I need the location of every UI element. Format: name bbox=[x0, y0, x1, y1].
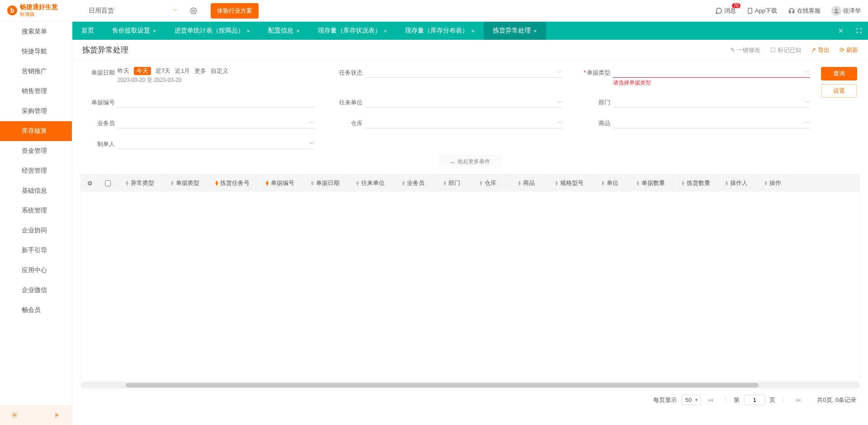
date-range-chip[interactable]: 近7天 bbox=[156, 67, 170, 75]
sidebar-item[interactable]: 系统管理 bbox=[0, 201, 72, 221]
sort-icon[interactable]: ▲▼ bbox=[170, 180, 175, 186]
sidebar-item[interactable]: 应用中心 bbox=[0, 260, 72, 280]
date-range-chip[interactable]: 自定义 bbox=[211, 67, 228, 75]
table-column-header[interactable]: ▲▼业务员 bbox=[393, 175, 434, 192]
collapse-sidebar-icon[interactable] bbox=[54, 411, 61, 419]
dept-select[interactable] bbox=[613, 97, 810, 108]
table-column-header[interactable]: ▲▼单据数量 bbox=[628, 175, 673, 192]
warehouse-picker[interactable] bbox=[365, 118, 562, 128]
sales-picker[interactable] bbox=[118, 118, 315, 128]
app-download-button[interactable]: App下载 bbox=[747, 7, 777, 15]
mark-known-button[interactable]: ☐ 标记已知 bbox=[770, 46, 801, 54]
sidebar-item[interactable]: 畅会员 bbox=[0, 300, 72, 320]
table-column-header[interactable]: ▲▼商品 bbox=[506, 175, 547, 192]
scrollbar-thumb[interactable] bbox=[126, 383, 759, 387]
table-column-header[interactable]: ▲▼规格型号 bbox=[547, 175, 592, 192]
sort-icon[interactable]: ▲▼ bbox=[681, 180, 685, 186]
sort-icon[interactable]: ▲▼ bbox=[554, 180, 559, 186]
sidebar-item[interactable]: 采购管理 bbox=[0, 101, 72, 121]
messages-button[interactable]: 消息 70 bbox=[715, 7, 736, 15]
more-icon[interactable]: ⋯ bbox=[805, 119, 810, 126]
table-column-header[interactable]: ▲▼单据类型 bbox=[162, 175, 208, 192]
sidebar-item[interactable]: 经营管理 bbox=[0, 161, 72, 181]
sidebar-item[interactable]: 营销推广 bbox=[0, 61, 72, 81]
chevron-down-icon[interactable]: ﹀ bbox=[309, 140, 315, 148]
date-range-chip[interactable]: 昨天 bbox=[118, 67, 129, 75]
tab[interactable]: 进货单统计表（按商品）× bbox=[165, 22, 259, 40]
page-last-button[interactable]: ⏭ bbox=[794, 397, 803, 403]
table-column-header[interactable]: ▲▼操作 bbox=[755, 175, 791, 192]
export-button[interactable]: ↗ 导出 bbox=[811, 46, 830, 54]
sort-icon[interactable]: ▲▼ bbox=[725, 180, 729, 186]
sidebar-item[interactable]: 库存核算 bbox=[0, 121, 72, 141]
per-page-select[interactable]: 50 bbox=[681, 395, 701, 405]
table-column-header[interactable]: ▲▼拣货任务号 bbox=[208, 175, 257, 192]
tab[interactable]: 现存量（库存分布表）× bbox=[396, 22, 484, 40]
close-icon[interactable]: × bbox=[153, 28, 156, 34]
chevron-down-icon[interactable]: ﹀ bbox=[557, 69, 562, 76]
date-range-chip[interactable]: 更多 bbox=[194, 67, 206, 75]
support-button[interactable]: 在线客服 bbox=[788, 7, 821, 15]
close-all-tabs-button[interactable] bbox=[832, 22, 850, 40]
date-range-chip[interactable]: 今天 bbox=[134, 67, 151, 75]
sort-icon[interactable]: ▲▼ bbox=[355, 180, 360, 186]
refresh-button[interactable]: ⟳ 刷新 bbox=[840, 46, 858, 54]
sort-icon[interactable]: ▲▼ bbox=[636, 180, 640, 186]
table-column-header[interactable]: ▲▼操作人 bbox=[718, 175, 755, 192]
page-prev-button[interactable]: 〈 bbox=[720, 396, 729, 404]
tab[interactable]: 售价提取设置× bbox=[103, 22, 165, 40]
page-input[interactable] bbox=[744, 395, 765, 405]
page-first-button[interactable]: ⏮ bbox=[706, 397, 715, 403]
sidebar-item[interactable]: 搜索菜单 bbox=[0, 22, 72, 42]
checkbox[interactable] bbox=[105, 180, 111, 186]
sidebar-item[interactable]: 企业微信 bbox=[0, 280, 72, 300]
more-icon[interactable]: ⋯ bbox=[557, 119, 562, 126]
gear-icon[interactable] bbox=[190, 7, 197, 14]
filter-settings-button[interactable]: 设置 bbox=[821, 84, 857, 98]
table-column-header[interactable]: ▲▼单位 bbox=[592, 175, 628, 192]
sidebar-item[interactable]: 销售管理 bbox=[0, 81, 72, 101]
sidebar-item[interactable]: 企业协同 bbox=[0, 221, 72, 241]
doc-no-input[interactable] bbox=[118, 97, 315, 108]
chevron-down-icon[interactable]: ﹀ bbox=[805, 69, 810, 76]
sidebar-item[interactable]: 新手引导 bbox=[0, 241, 72, 260]
date-range-chip[interactable]: 近1月 bbox=[175, 67, 190, 75]
close-icon[interactable]: × bbox=[533, 28, 537, 34]
settings-icon[interactable] bbox=[11, 411, 18, 419]
sort-icon[interactable]: ▲▼ bbox=[265, 180, 269, 186]
close-icon[interactable]: × bbox=[471, 28, 475, 34]
cta-button[interactable]: 体验行业方案 bbox=[211, 3, 259, 19]
product-picker[interactable] bbox=[613, 118, 810, 128]
table-column-header[interactable]: ▲▼异常类型 bbox=[117, 175, 162, 192]
tab[interactable]: 拣货异常处理× bbox=[484, 22, 546, 40]
sidebar-item[interactable]: 快捷导航 bbox=[0, 42, 72, 61]
sidebar-item[interactable]: 资金管理 bbox=[0, 141, 72, 161]
horizontal-scrollbar[interactable] bbox=[80, 382, 860, 388]
tab[interactable]: 现存量（库存状况表）× bbox=[309, 22, 396, 40]
table-column-header[interactable]: ▲▼仓库 bbox=[470, 175, 506, 192]
more-icon[interactable]: ⋯ bbox=[557, 99, 562, 105]
select-all-checkbox[interactable] bbox=[99, 175, 117, 192]
sidebar-item[interactable]: 基础信息 bbox=[0, 181, 72, 201]
user-menu[interactable]: 徐泽华 bbox=[831, 6, 861, 16]
table-column-header[interactable]: ▲▼拣货数量 bbox=[673, 175, 718, 192]
creator-select[interactable] bbox=[118, 138, 315, 149]
sort-icon[interactable]: ▲▼ bbox=[215, 180, 219, 186]
sort-icon[interactable]: ▲▼ bbox=[479, 180, 483, 186]
tab[interactable]: 首页 bbox=[72, 22, 103, 40]
close-icon[interactable]: × bbox=[296, 28, 300, 34]
chevron-down-icon[interactable]: ﹀ bbox=[805, 99, 810, 106]
partner-picker[interactable] bbox=[365, 97, 562, 108]
sort-icon[interactable]: ▲▼ bbox=[601, 180, 605, 186]
sort-icon[interactable]: ▲▼ bbox=[443, 180, 447, 186]
sort-icon[interactable]: ▲▼ bbox=[310, 180, 315, 186]
batch-edit-button[interactable]: ✎ 一键修改 bbox=[730, 46, 760, 54]
close-icon[interactable]: × bbox=[384, 28, 387, 34]
task-state-select[interactable] bbox=[365, 67, 562, 78]
sort-icon[interactable]: ▲▼ bbox=[401, 180, 406, 186]
table-column-header[interactable]: ▲▼部门 bbox=[434, 175, 470, 192]
sort-icon[interactable]: ▲▼ bbox=[125, 180, 129, 186]
table-column-header[interactable]: ▲▼单据编号 bbox=[257, 175, 302, 192]
table-settings-button[interactable]: ⚙ bbox=[81, 175, 99, 192]
sort-icon[interactable]: ▲▼ bbox=[764, 180, 768, 186]
